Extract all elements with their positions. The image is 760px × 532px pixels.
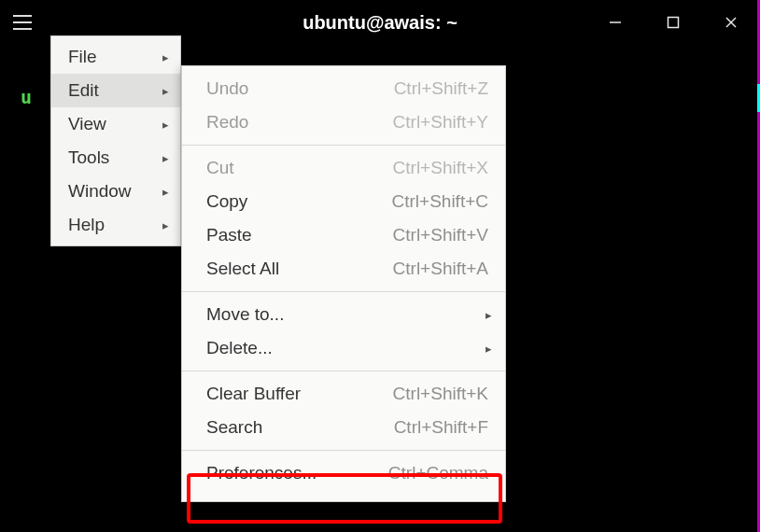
submenu-item-move-to[interactable]: Move to...▸ bbox=[182, 298, 505, 331]
submenu-item-shortcut: Ctrl+Shift+C bbox=[392, 191, 488, 212]
chevron-right-icon: ▸ bbox=[486, 342, 492, 356]
menu-item-help[interactable]: Help▸ bbox=[51, 208, 180, 242]
chevron-right-icon: ▸ bbox=[162, 218, 169, 232]
chevron-right-icon: ▸ bbox=[162, 151, 169, 165]
submenu-item-label: Undo bbox=[206, 78, 248, 99]
submenu-item-label: Paste bbox=[206, 225, 252, 245]
submenu-item-shortcut: Ctrl+Shift+X bbox=[393, 158, 488, 178]
menu-item-label: Help bbox=[68, 215, 105, 235]
submenu-item-shortcut: Ctrl+Shift+A bbox=[393, 259, 488, 279]
submenu-item-preferences[interactable]: Preferences...Ctrl+Comma bbox=[182, 456, 505, 490]
submenu-item-label: Cut bbox=[206, 158, 234, 178]
chevron-right-icon: ▸ bbox=[486, 308, 492, 322]
main-menu: File▸Edit▸View▸Tools▸Window▸Help▸ bbox=[50, 35, 181, 246]
menu-item-view[interactable]: View▸ bbox=[51, 107, 180, 141]
chevron-right-icon: ▸ bbox=[162, 84, 169, 98]
submenu-item-redo: RedoCtrl+Shift+Y bbox=[182, 105, 505, 139]
submenu-item-label: Clear Buffer bbox=[206, 384, 301, 404]
svg-rect-1 bbox=[669, 18, 679, 28]
menu-separator bbox=[182, 145, 505, 146]
submenu-item-shortcut: Ctrl+Shift+K bbox=[393, 384, 488, 404]
submenu-item-label: Redo bbox=[206, 112, 248, 133]
submenu-item-shortcut: Ctrl+Comma bbox=[388, 463, 488, 483]
submenu-item-copy[interactable]: CopyCtrl+Shift+C bbox=[182, 185, 505, 218]
maximize-button[interactable] bbox=[644, 0, 702, 45]
terminal-prompt: u bbox=[21, 86, 32, 108]
submenu-item-label: Move to... bbox=[206, 304, 284, 325]
chevron-right-icon: ▸ bbox=[162, 118, 169, 132]
menu-item-window[interactable]: Window▸ bbox=[51, 175, 180, 208]
minimize-button[interactable] bbox=[586, 0, 644, 45]
chevron-right-icon: ▸ bbox=[162, 50, 169, 64]
menu-item-tools[interactable]: Tools▸ bbox=[51, 141, 180, 175]
submenu-item-search[interactable]: SearchCtrl+Shift+F bbox=[182, 411, 505, 444]
hamburger-menu-icon[interactable] bbox=[0, 0, 45, 45]
chevron-right-icon: ▸ bbox=[162, 185, 169, 199]
menu-separator bbox=[182, 450, 505, 451]
submenu-item-paste[interactable]: PasteCtrl+Shift+V bbox=[182, 218, 505, 252]
menu-item-label: Tools bbox=[68, 147, 109, 168]
edit-submenu: UndoCtrl+Shift+ZRedoCtrl+Shift+YCutCtrl+… bbox=[181, 65, 506, 502]
menu-item-label: Edit bbox=[68, 80, 99, 101]
window-controls bbox=[586, 0, 760, 45]
menu-item-label: Window bbox=[68, 181, 132, 202]
menu-item-file[interactable]: File▸ bbox=[51, 40, 180, 74]
submenu-item-clear-buffer[interactable]: Clear BufferCtrl+Shift+K bbox=[182, 377, 505, 411]
submenu-item-shortcut: Ctrl+Shift+F bbox=[394, 417, 488, 438]
submenu-item-label: Select All bbox=[206, 259, 279, 279]
submenu-item-shortcut: Ctrl+Shift+Z bbox=[394, 78, 488, 99]
menu-separator bbox=[182, 291, 505, 292]
submenu-item-undo: UndoCtrl+Shift+Z bbox=[182, 72, 505, 105]
submenu-item-label: Copy bbox=[206, 191, 247, 212]
submenu-item-label: Search bbox=[206, 417, 262, 438]
submenu-item-select-all[interactable]: Select AllCtrl+Shift+A bbox=[182, 252, 505, 286]
submenu-item-label: Delete... bbox=[206, 338, 273, 358]
close-button[interactable] bbox=[702, 0, 760, 45]
submenu-item-label: Preferences... bbox=[206, 463, 317, 483]
submenu-item-delete[interactable]: Delete...▸ bbox=[182, 331, 505, 365]
menu-item-label: File bbox=[68, 47, 97, 67]
menu-separator bbox=[182, 371, 505, 371]
submenu-item-cut: CutCtrl+Shift+X bbox=[182, 151, 505, 185]
menu-item-label: View bbox=[68, 114, 106, 134]
menu-item-edit[interactable]: Edit▸ bbox=[51, 74, 180, 107]
submenu-item-shortcut: Ctrl+Shift+Y bbox=[393, 112, 488, 133]
submenu-item-shortcut: Ctrl+Shift+V bbox=[393, 225, 488, 245]
